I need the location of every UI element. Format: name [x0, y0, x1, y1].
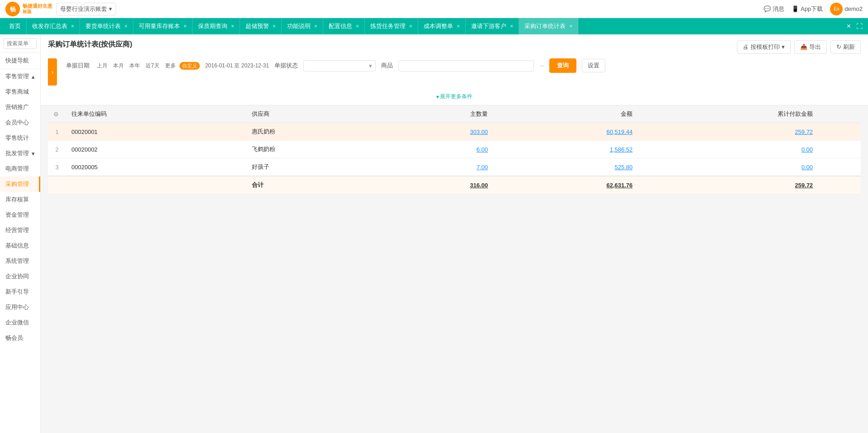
shortcut-this-year[interactable]: 本年	[127, 61, 142, 71]
close-icon[interactable]: ×	[231, 23, 234, 29]
page-title: 采购订单统计表(按供应商)	[48, 40, 132, 49]
app-download-button[interactable]: 📱 App下载	[792, 5, 823, 13]
tab-yaoqingXiayou[interactable]: 邀请下游客户 ×	[466, 18, 519, 34]
tab-gongnengShuoming[interactable]: 功能说明 ×	[282, 18, 323, 34]
table-container: ⚙ 往来单位编码 供应商 主数量 金额 累计付款金额 1 00020001	[41, 105, 868, 433]
close-icon[interactable]: ×	[457, 23, 460, 29]
footer-amount: 62,631.76	[493, 176, 638, 194]
row-amount[interactable]: 1,586.52	[493, 141, 638, 158]
svg-text:畅: 畅	[10, 6, 16, 13]
refresh-button[interactable]: ↻ 刷新	[830, 40, 861, 54]
close-all-tabs-button[interactable]: ×	[845, 20, 853, 32]
sidebar-item-qiye-weixin[interactable]: 企业微信	[0, 315, 40, 330]
table-row[interactable]: 3 00020005 好孩子 7.00 525.80 0.00	[48, 158, 861, 176]
table-row[interactable]: 1 00020001 惠氏奶粉 303.00 60,519.44 259.72	[48, 123, 861, 141]
tab-shoufaHuizong[interactable]: 收发存汇总表 ×	[27, 18, 80, 34]
print-button[interactable]: 🖨 按模板打印 ▾	[737, 40, 791, 54]
filter-row: › 单据日期 上月 本月 本年 近7天 更多 自定义 2016-01-01 至 …	[48, 58, 861, 86]
row-paid[interactable]: 0.00	[638, 158, 818, 176]
status-label: 单据状态	[274, 62, 298, 70]
sidebar-item-caigou[interactable]: 采购管理	[0, 176, 40, 192]
row-index: 3	[48, 158, 66, 176]
tab-paiHuo[interactable]: 拣货任务管理 ×	[365, 18, 418, 34]
tab-peizhiXinxi[interactable]: 配置信息 ×	[323, 18, 365, 34]
more-options-button[interactable]: ···	[539, 62, 544, 69]
row-paid[interactable]: 0.00	[638, 141, 818, 158]
query-button[interactable]: 查询	[549, 58, 576, 73]
row-index: 2	[48, 141, 66, 158]
message-icon: 💬	[764, 5, 771, 12]
sidebar-item-chang-huiyuan[interactable]: 畅会员	[0, 330, 40, 346]
date-shortcuts: 上月 本月 本年 近7天 更多 自定义	[95, 61, 200, 71]
tab-chengBen[interactable]: 成本调整单 ×	[418, 18, 466, 34]
tab-yaohuoDan[interactable]: 要货单统计表 ×	[80, 18, 133, 34]
close-icon[interactable]: ×	[124, 23, 127, 29]
app-icon: 📱	[792, 5, 799, 12]
tab-chaoChu[interactable]: 超储预警 ×	[240, 18, 282, 34]
sidebar-item-lingshou[interactable]: 零售管理 ▴	[0, 69, 40, 84]
shortcut-7days[interactable]: 近7天	[144, 61, 161, 71]
filter-fields: 单据日期 上月 本月 本年 近7天 更多 自定义 2016-01-01 至 20…	[66, 58, 861, 73]
row-extra	[818, 123, 861, 141]
tab-baozhi[interactable]: 保质期查询 ×	[193, 18, 240, 34]
filter-toggle-button[interactable]: ›	[48, 58, 57, 86]
sidebar-item-yingyong[interactable]: 应用中心	[0, 300, 40, 315]
close-icon[interactable]: ×	[409, 23, 412, 29]
row-qty[interactable]: 6.00	[381, 141, 493, 158]
company-selector[interactable]: 母婴行业演示账套 ▾	[56, 3, 116, 15]
table-header: ⚙ 往来单位编码 供应商 主数量 金额 累计付款金额	[48, 105, 861, 123]
shortcut-more[interactable]: 更多	[163, 61, 178, 71]
sidebar-item-xinshou[interactable]: 新手引导	[0, 284, 40, 300]
settings-button[interactable]: 设置	[582, 59, 605, 72]
fullscreen-button[interactable]: ⛶	[854, 21, 864, 32]
close-icon[interactable]: ×	[71, 23, 74, 29]
header-toolbar: 🖨 按模板打印 ▾ 📤 导出 ↻ 刷新	[737, 40, 861, 54]
expand-button[interactable]: ▾ 展开更多条件	[433, 91, 476, 102]
sidebar-item-qiye-xietong[interactable]: 企业协同	[0, 269, 40, 284]
sidebar-item-lingshou-tongji[interactable]: 零售统计	[0, 130, 40, 146]
row-amount[interactable]: 525.80	[493, 158, 638, 176]
logo-icon: 畅	[5, 2, 20, 16]
row-qty[interactable]: 303.00	[381, 123, 493, 141]
sidebar-item-kucun[interactable]: 库存核算	[0, 192, 40, 207]
logo-area: 畅 畅捷通好生意 标版	[5, 2, 52, 16]
shortcut-last-month[interactable]: 上月	[95, 61, 109, 71]
close-icon[interactable]: ×	[314, 23, 317, 29]
sidebar-item-jichu[interactable]: 基础信息	[0, 238, 40, 253]
sidebar-item-shortcut[interactable]: 快捷导航	[0, 53, 40, 68]
row-amount[interactable]: 60,519.44	[493, 123, 638, 141]
sidebar-item-pifa[interactable]: 批发管理 ▾	[0, 146, 40, 161]
avatar: Ea	[830, 3, 843, 15]
goods-input[interactable]	[398, 60, 534, 71]
export-button[interactable]: 📤 导出	[794, 40, 827, 54]
sidebar-item-yingxiao[interactable]: 营销推广	[0, 100, 40, 115]
tab-caigouTongji[interactable]: 采购订单统计表 ×	[519, 18, 578, 34]
sidebar-item-huiyuan[interactable]: 会员中心	[0, 115, 40, 130]
chevron-down-icon: ▾	[782, 43, 785, 50]
close-icon[interactable]: ×	[356, 23, 359, 29]
close-icon[interactable]: ×	[184, 23, 187, 29]
sidebar-item-shangcheng[interactable]: 零售商城	[0, 84, 40, 100]
search-input[interactable]	[4, 38, 37, 49]
close-icon[interactable]: ×	[569, 23, 572, 29]
sidebar-item-zijin[interactable]: 资金管理	[0, 207, 40, 223]
top-bar-right: 💬 消息 📱 App下载 Ea demo2	[764, 3, 863, 15]
row-paid[interactable]: 259.72	[638, 123, 818, 141]
message-button[interactable]: 💬 消息	[764, 5, 784, 13]
column-settings-icon[interactable]: ⚙	[53, 111, 59, 118]
row-qty[interactable]: 7.00	[381, 158, 493, 176]
status-select[interactable]	[303, 60, 376, 71]
shortcut-this-month[interactable]: 本月	[111, 61, 126, 71]
user-menu[interactable]: Ea demo2	[830, 3, 863, 15]
close-icon[interactable]: ×	[510, 23, 513, 29]
tab-home[interactable]: 首页	[4, 18, 27, 34]
sidebar-item-xitong[interactable]: 系统管理	[0, 253, 40, 269]
table-row[interactable]: 2 00020002 飞鹤奶粉 6.00 1,586.52 0.00	[48, 141, 861, 158]
sidebar-item-jingying[interactable]: 经营管理	[0, 223, 40, 238]
content-area: 采购订单统计表(按供应商) 🖨 按模板打印 ▾ 📤 导出 ↻ 刷新	[41, 34, 868, 433]
date-label: 单据日期	[66, 62, 90, 70]
close-icon[interactable]: ×	[273, 23, 276, 29]
custom-date-tag[interactable]: 自定义	[179, 62, 200, 70]
tab-keyongLiang[interactable]: 可用量库存账本 ×	[133, 18, 193, 34]
sidebar-item-dianshang[interactable]: 电商管理	[0, 161, 40, 176]
